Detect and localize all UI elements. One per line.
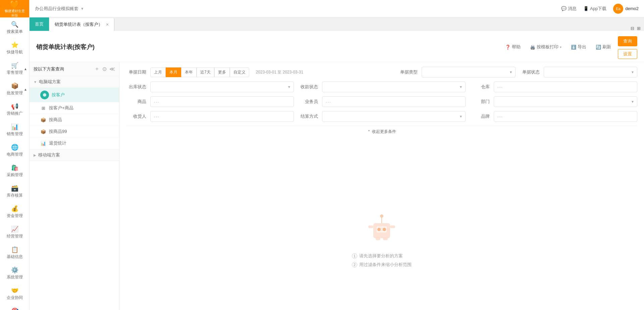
tab-close-icon[interactable]: × (106, 22, 109, 27)
sidebar-item-ecommerce[interactable]: 🌐 电商管理 (0, 140, 29, 161)
tab-sales-stats[interactable]: 销货单统计表（按客户） × (49, 18, 114, 31)
warehouse-label: 仓库 (470, 84, 490, 90)
logo-sub: 标版 (11, 13, 18, 18)
tab-maximize-icon[interactable]: ⊞ (637, 26, 641, 31)
scheme-item-by-customer-goods[interactable]: ⊞ 按客户+商品 (30, 102, 119, 114)
sidebar-item-marketing[interactable]: 📢 营销推广 (0, 99, 29, 120)
empty-tip-2: 2 用过滤条件来缩小分析范围 (352, 260, 412, 269)
warehouse-select[interactable]: ··· (494, 82, 637, 92)
doc-status-select[interactable]: ▾ (544, 67, 637, 78)
tab-sales-stats-label: 销货单统计表（按客户） (55, 21, 103, 28)
doc-type-label: 单据类型 (397, 69, 418, 75)
group-label-mobile: 移动端方案 (38, 152, 60, 158)
app-logo[interactable]: 🧡 畅捷通好生意 标版 (0, 0, 29, 17)
sidebar-item-search[interactable]: 🔍 搜索菜单 (0, 17, 29, 38)
sidebar-item-purchase[interactable]: 🛍️ 采购管理 (0, 161, 29, 181)
date-label: 单据日期 (126, 69, 146, 75)
sidebar-item-newbie[interactable]: 🎯 新手引导 (0, 304, 29, 310)
menu-icon-corp: 🤝 (11, 287, 18, 294)
doc-type-select[interactable]: ▾ (422, 67, 515, 78)
scheme-item-label-by-customer-goods: 按客户+商品 (49, 105, 73, 111)
salesperson-select[interactable]: ··· (322, 96, 466, 107)
sidebar-item-retail[interactable]: 🛒 零售管理 ▲ (0, 58, 29, 79)
scheme-add-icon[interactable]: ＋ (94, 65, 100, 72)
logo-icon: 🧡 (10, 0, 20, 9)
empty-illustration (362, 211, 402, 245)
scheme-header-label: 按以下方案查询 (34, 66, 64, 72)
scheme-edit-icon[interactable]: ⊙ (102, 66, 107, 72)
menu-label-retail: 零售管理 (7, 70, 23, 75)
svg-rect-11 (376, 238, 380, 240)
doc-type-arrow-icon: ▾ (510, 70, 512, 74)
user-area[interactable]: Ea demo2 (613, 4, 639, 14)
scheme-group-header-pc[interactable]: ▼ 电脑端方案 (30, 76, 119, 88)
scheme-collapse-icon[interactable]: ≪ (109, 66, 115, 72)
scheme-item-by-goods[interactable]: 📦 按商品 (30, 114, 119, 126)
warehouse-dots: ··· (497, 85, 503, 90)
goods-label: 商品 (126, 99, 146, 105)
payment-status-arrow-icon: ▾ (460, 85, 462, 89)
scheme-group-mobile: ▶ 移动端方案 (30, 149, 119, 161)
refresh-btn[interactable]: 🔄 刷新 (593, 43, 614, 51)
date-this-year[interactable]: 本年 (181, 67, 197, 77)
refresh-icon: 🔄 (596, 45, 601, 50)
menu-icon-retail: 🛒 (11, 62, 18, 69)
scheme-item-by-goods-99[interactable]: 📦 按商品99 (30, 126, 119, 138)
query-btn-area: 查询 设置 (618, 35, 637, 59)
payment-status-label: 收款状态 (298, 84, 318, 90)
department-arrow-icon: ▾ (632, 99, 634, 104)
main-area: 办公用品行业模拟账套 ▾ 💬 消息 📱 App下载 Ea demo2 首页 (30, 0, 644, 310)
brand-select[interactable]: ··· (494, 111, 637, 122)
date-this-month[interactable]: 本月 (166, 67, 181, 77)
scheme-group-header-mobile[interactable]: ▶ 移动端方案 (30, 149, 119, 161)
message-btn[interactable]: 💬 消息 (561, 6, 577, 12)
tab-minimize-icon[interactable]: ⊟ (631, 26, 634, 31)
settings-btn[interactable]: 设置 (618, 49, 637, 59)
scheme-icon-by-customer-goods: ⊞ (40, 105, 46, 111)
app-download-btn[interactable]: 📱 App下载 (583, 6, 606, 12)
sidebar-item-base[interactable]: 📋 基础信息 (0, 243, 29, 263)
sidebar-item-quick-nav[interactable]: ⭐ 快捷导航 (0, 38, 29, 58)
recipient-select[interactable]: ··· (150, 111, 294, 122)
message-label: 消息 (568, 6, 577, 12)
scheme-groups: ▼ 电脑端方案 按客户 ⊞ 按客户+商品 📦 按商品 📦 按商品99 � (30, 76, 119, 161)
scheme-item-return-stats[interactable]: 📊 退货统计 (30, 138, 119, 149)
export-icon: ⬇️ (571, 45, 576, 50)
menu-label-sales: 销售管理 (7, 131, 23, 137)
date-custom[interactable]: 自定义 (230, 67, 249, 77)
out-status-select[interactable]: ▾ (150, 82, 294, 92)
sidebar-item-corp[interactable]: 🤝 企业协同 (0, 283, 29, 304)
scheme-item-label-return-stats: 退货统计 (49, 140, 66, 146)
template-print-btn[interactable]: 🖨️ 按模板打印 ▾ (527, 43, 564, 51)
active-dot-by-customer (40, 91, 49, 99)
menu-label-marketing: 营销推广 (7, 111, 23, 116)
export-btn[interactable]: ⬇️ 导出 (568, 43, 589, 51)
date-last-7[interactable]: 近7天 (197, 67, 214, 77)
goods-select[interactable]: ··· (150, 96, 294, 107)
scheme-item-by-customer[interactable]: 按客户 (30, 88, 119, 102)
query-btn[interactable]: 查询 (618, 36, 637, 46)
help-btn[interactable]: ❓ 帮助 (502, 43, 523, 51)
sidebar-item-system[interactable]: ⚙️ 系统管理 (0, 263, 29, 283)
menu-arrow-wholesale: ▲ (24, 87, 27, 91)
tab-home[interactable]: 首页 (30, 17, 49, 31)
sidebar-item-finance[interactable]: 💰 资金管理 (0, 202, 29, 222)
breadcrumb-arrow[interactable]: ▾ (81, 6, 84, 11)
date-last-month[interactable]: 上月 (150, 67, 166, 77)
sidebar-item-wholesale[interactable]: 📦 批发管理 ▲ (0, 79, 29, 99)
department-select[interactable]: ▾ (494, 96, 637, 107)
sidebar-item-ops[interactable]: 📈 经营管理 (0, 222, 29, 243)
settlement-select[interactable]: ▾ (322, 111, 466, 122)
payment-status-select[interactable]: ▾ (322, 82, 466, 92)
svg-rect-10 (390, 225, 395, 228)
menu-label-search: 搜索菜单 (7, 29, 23, 35)
scheme-item-label-by-goods-99: 按商品99 (49, 128, 67, 135)
svg-point-0 (43, 93, 46, 97)
print-arrow-icon: ▾ (560, 45, 561, 49)
sidebar-item-inventory[interactable]: 🗃️ 库存核算 (0, 181, 29, 202)
sidebar-item-sales[interactable]: 📊 销售管理 (0, 120, 29, 140)
menu-label-finance: 资金管理 (7, 213, 23, 219)
scheme-panel: 按以下方案查询 ＋ ⊙ ≪ ▼ 电脑端方案 按客户 ⊞ 按客户+商 (30, 62, 119, 310)
date-more[interactable]: 更多 (214, 67, 230, 77)
collapse-bar[interactable]: ⌃ 收起更多条件 (126, 126, 637, 137)
